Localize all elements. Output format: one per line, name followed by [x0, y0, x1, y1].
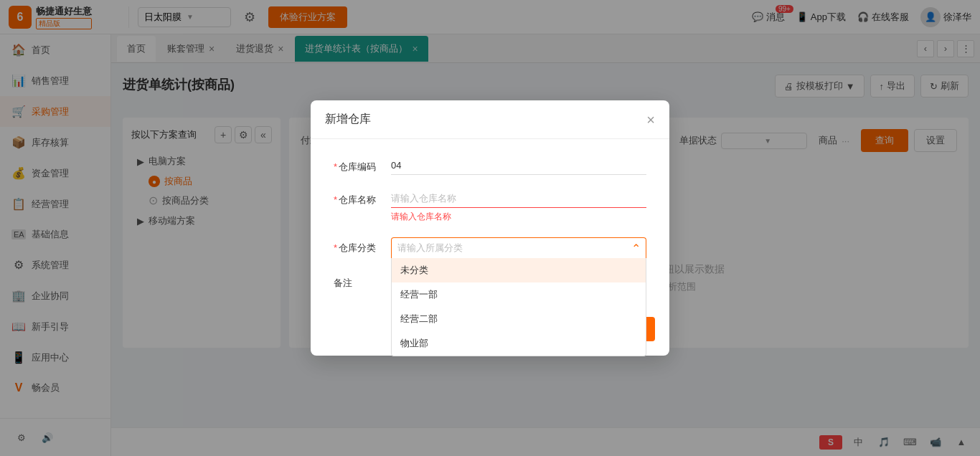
category-placeholder: 请输入所属分类: [397, 242, 463, 255]
remark-label: 备注: [334, 272, 391, 290]
code-control: [391, 156, 646, 175]
name-control: 请输入仓库名称: [391, 189, 646, 223]
name-error-msg: 请输入仓库名称: [391, 211, 646, 223]
name-label: 仓库名称: [334, 189, 391, 206]
dropdown-item-dept2[interactable]: 经营二部: [392, 307, 646, 331]
dialog-title: 新增仓库: [325, 112, 371, 127]
dropdown-item-dept1[interactable]: 经营一部: [392, 282, 646, 307]
warehouse-name-input[interactable]: [391, 189, 646, 208]
modal-overlay[interactable]: 新增仓库 × 仓库编码 仓库名称 请输入仓库名称 仓库分类: [0, 0, 980, 456]
dropdown-item-uncategorized[interactable]: 未分类: [392, 258, 646, 282]
category-arrow-icon[interactable]: ⌃: [631, 241, 641, 255]
dialog-new-warehouse: 新增仓库 × 仓库编码 仓库名称 请输入仓库名称 仓库分类: [311, 100, 669, 356]
dialog-body: 仓库编码 仓库名称 请输入仓库名称 仓库分类 请输: [311, 139, 669, 308]
code-label: 仓库编码: [334, 156, 391, 174]
dropdown-item-property[interactable]: 物业部: [392, 331, 646, 356]
form-row-code: 仓库编码: [334, 156, 646, 175]
dialog-close-btn[interactable]: ×: [646, 113, 655, 127]
category-label: 仓库分类: [334, 237, 391, 255]
category-dropdown: 请输入所属分类 ⌃ 未分类 经营一部 经营二部 物业部: [391, 237, 646, 258]
dialog-header: 新增仓库 ×: [311, 100, 669, 139]
form-row-name: 仓库名称 请输入仓库名称: [334, 189, 646, 223]
category-input-wrapper[interactable]: 请输入所属分类: [391, 237, 646, 258]
form-row-category: 仓库分类 请输入所属分类 ⌃ 未分类 经营一部 经营二部 物业部: [334, 237, 646, 258]
category-control: 请输入所属分类 ⌃ 未分类 经营一部 经营二部 物业部: [391, 237, 646, 258]
category-dropdown-list: 未分类 经营一部 经营二部 物业部: [391, 258, 646, 356]
warehouse-code-input[interactable]: [391, 156, 646, 175]
